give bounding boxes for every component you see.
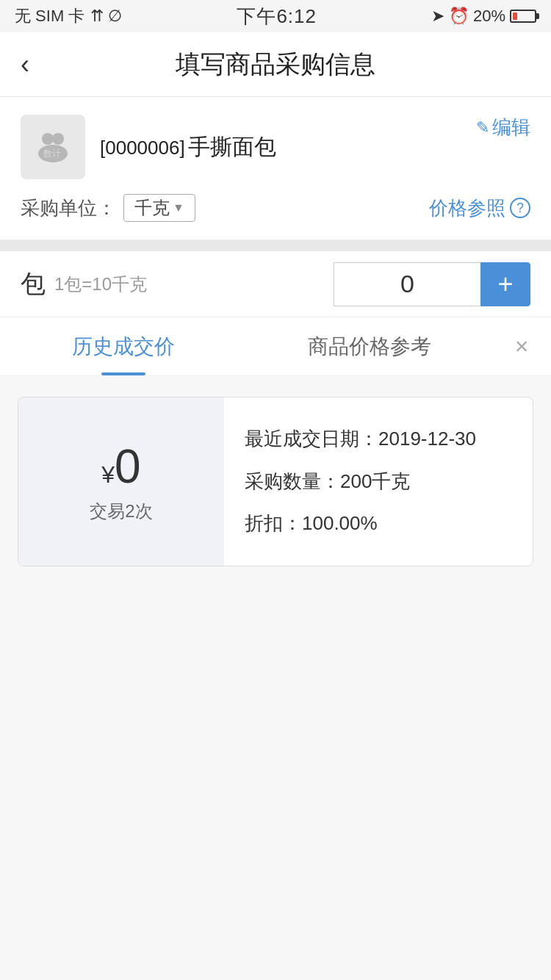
unit-value: 千克	[134, 196, 170, 220]
discount-label: 折扣：	[245, 512, 302, 534]
svg-point-1	[52, 133, 64, 145]
sim-status: 无 SIM 卡	[15, 5, 84, 27]
trade-count: 交易2次	[90, 500, 152, 523]
tab-panel: 历史成交价 商品价格参考 × ¥0 交易2次 最近成交日期：2019-12-30…	[0, 317, 551, 587]
svg-point-0	[42, 133, 54, 145]
product-name-block: [0000006] 手撕面包	[100, 132, 276, 162]
price-value: 0	[115, 440, 141, 493]
discount-value: 100.00%	[302, 512, 378, 534]
quantity-value: 0	[400, 270, 414, 298]
alarm-icon: ⏰	[449, 7, 469, 26]
tab-product-price-ref[interactable]: 商品价格参考	[246, 317, 492, 375]
price-ref-label: 价格参照	[429, 195, 505, 221]
quantity-plus-button[interactable]: +	[480, 262, 530, 306]
quantity-row-detail: 采购数量：200千克	[245, 466, 512, 497]
discount-row: 折扣：100.00%	[245, 508, 512, 539]
price-card: ¥0 交易2次 最近成交日期：2019-12-30 采购数量：200千克 折扣：…	[18, 397, 533, 566]
tab-history-price[interactable]: 历史成交价	[0, 317, 246, 375]
tab-product-price-ref-label: 商品价格参考	[308, 333, 431, 361]
quantity-input[interactable]: 0	[334, 262, 480, 306]
status-left: 无 SIM 卡 ⇈ ∅	[15, 5, 122, 27]
quantity-label: 包 1包=10千克	[21, 267, 147, 301]
svg-text:数计: 数计	[43, 148, 61, 159]
unit-label: 采购单位：	[21, 195, 116, 221]
recent-date-value: 2019-12-30	[378, 428, 476, 450]
quantity-detail-value: 200千克	[340, 470, 410, 492]
back-button[interactable]: ‹	[21, 49, 29, 80]
product-name: 手撕面包	[188, 134, 276, 159]
main-content	[0, 587, 551, 980]
product-card: 数计 [0000006] 手撕面包 ✎ 编辑 采购单位： 千克 ▼ 价格参照 ?	[0, 97, 551, 239]
nav-bar: ‹ 填写商品采购信息	[0, 32, 551, 97]
location-icon: ➤	[431, 7, 444, 26]
recent-date-row: 最近成交日期：2019-12-30	[245, 424, 512, 455]
product-footer: 采购单位： 千克 ▼ 价格参照 ?	[21, 194, 530, 222]
section-divider	[0, 239, 551, 251]
currency-symbol: ¥	[101, 461, 115, 488]
edit-label: 编辑	[492, 115, 530, 140]
price-card-right: 最近成交日期：2019-12-30 采购数量：200千克 折扣：100.00%	[224, 397, 533, 566]
product-header: 数计 [0000006] 手撕面包 ✎ 编辑	[21, 115, 530, 179]
chevron-down-icon: ▼	[173, 201, 184, 215]
price-cards-area: ¥0 交易2次 最近成交日期：2019-12-30 采购数量：200千克 折扣：…	[0, 376, 551, 587]
tab-history-price-label: 历史成交价	[72, 333, 175, 361]
battery-icon	[510, 10, 536, 23]
status-time: 下午6:12	[237, 4, 317, 29]
tab-header: 历史成交价 商品价格参考 ×	[0, 317, 551, 376]
quantity-input-group: 0 +	[334, 262, 530, 306]
quantity-row: 包 1包=10千克 0 +	[0, 251, 551, 317]
battery-percent: 20%	[473, 7, 505, 26]
tab-close-button[interactable]: ×	[492, 317, 551, 375]
status-bar: 无 SIM 卡 ⇈ ∅ 下午6:12 ➤ ⏰ 20%	[0, 0, 551, 32]
quantity-unit-main: 包	[21, 267, 46, 301]
product-id: [0000006]	[100, 137, 185, 159]
wifi-icon: ⇈ ∅	[90, 7, 122, 26]
product-thumbnail-icon: 数计	[33, 127, 73, 167]
price-display: ¥0	[101, 439, 140, 494]
product-thumbnail: 数计	[21, 115, 85, 179]
product-left: 数计 [0000006] 手撕面包	[21, 115, 276, 179]
edit-button[interactable]: ✎ 编辑	[476, 115, 530, 140]
edit-icon: ✎	[476, 118, 489, 137]
quantity-unit-ratio: 1包=10千克	[54, 273, 147, 296]
price-reference-button[interactable]: 价格参照 ?	[429, 195, 530, 221]
help-icon: ?	[510, 198, 530, 218]
page-title: 填写商品采购信息	[176, 48, 375, 82]
quantity-detail-label: 采购数量：	[245, 470, 340, 492]
recent-date-label: 最近成交日期：	[245, 428, 378, 450]
price-card-left: ¥0 交易2次	[18, 397, 224, 566]
status-right: ➤ ⏰ 20%	[431, 7, 536, 26]
unit-row: 采购单位： 千克 ▼	[21, 194, 195, 222]
unit-selector[interactable]: 千克 ▼	[123, 194, 195, 222]
